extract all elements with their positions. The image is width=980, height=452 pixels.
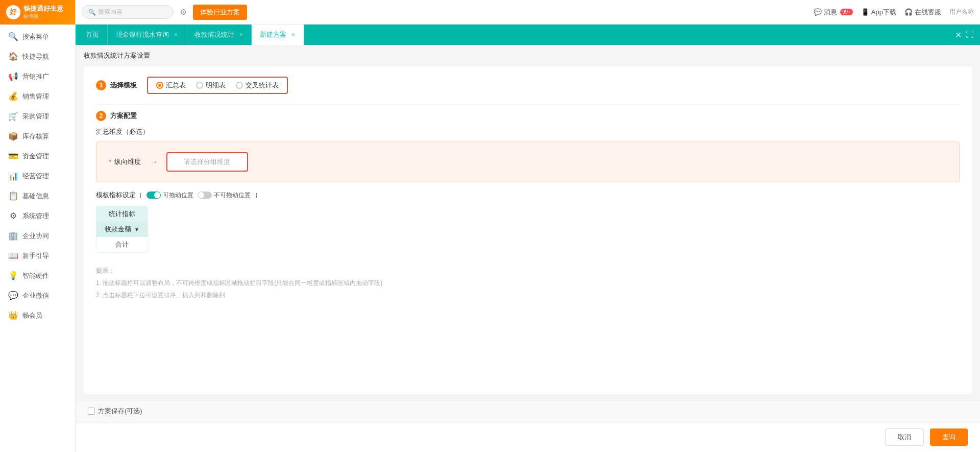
radio-summary-label: 汇总表 xyxy=(166,81,186,90)
trial-button[interactable]: 体验行业方案 xyxy=(193,5,247,20)
sidebar-item-marketing[interactable]: 📢 营销推广 xyxy=(0,66,75,86)
sidebar-item-label: 采购管理 xyxy=(22,112,49,121)
sidebar-item-basics[interactable]: 📋 基础信息 xyxy=(0,186,75,206)
dropdown-chevron-icon: ▼ xyxy=(134,227,139,232)
sidebar-item-finance[interactable]: 💳 资金管理 xyxy=(0,146,75,166)
step2-content: 汇总维度（必选） * 纵向维度 → 请选择分组维度 xyxy=(96,127,960,301)
download-item[interactable]: 📱 App下载 xyxy=(861,8,896,17)
cancel-button[interactable]: 取消 xyxy=(885,429,924,446)
home-icon: 🏠 xyxy=(8,52,18,61)
guide-icon: 📖 xyxy=(8,251,18,260)
toggle-non-draggable[interactable]: 不可拖动位置 xyxy=(198,191,251,200)
sidebar-item-label: 库存核算 xyxy=(22,132,49,141)
purchase-icon: 🛒 xyxy=(8,111,18,121)
tips-section: 提示： 1. 拖动标题栏可以调整布局，不可跨维度或指标区域拖动栏目字段(只能在同… xyxy=(96,265,960,301)
radio-summary[interactable]: 汇总表 xyxy=(156,81,186,90)
search-text-icon: 🔍 xyxy=(88,9,96,16)
tab-new-plan-close[interactable]: × xyxy=(291,31,295,38)
dimension-select[interactable]: 请选择分组维度 xyxy=(166,152,248,172)
indicator-table: 统计指标 收款金额 ▼ 合计 xyxy=(96,206,148,253)
sidebar-item-label: 畅会员 xyxy=(22,311,42,320)
stats-column-cell[interactable]: 收款金额 ▼ xyxy=(96,222,148,237)
toggle-non-draggable-thumb xyxy=(198,192,204,198)
search-box[interactable]: 🔍 搜索内容 xyxy=(82,5,174,19)
sidebar-item-guide[interactable]: 📖 新手引导 xyxy=(0,246,75,266)
indicator-column-row: 收款金额 ▼ xyxy=(96,222,148,237)
radio-detail-circle xyxy=(196,82,203,89)
dimension-label-text: 纵向维度 xyxy=(114,158,141,165)
sidebar-item-label: 经营管理 xyxy=(22,172,49,181)
sidebar-item-hardware[interactable]: 💡 智能硬件 xyxy=(0,266,75,286)
sidebar-item-label: 新手引导 xyxy=(22,251,49,260)
tab-close-all-icon[interactable]: ✕ xyxy=(955,30,962,40)
tab-receipts[interactable]: 收款情况统计 × xyxy=(186,25,252,45)
sidebar-item-nav[interactable]: 🏠 快捷导航 xyxy=(0,46,75,66)
toggle-draggable-track[interactable] xyxy=(146,192,161,199)
tips-title: 提示： xyxy=(96,267,114,274)
tip-item-1: 1. 拖动标题栏可以调整布局，不可跨维度或指标区域拖动栏目字段(只能在同一维度或… xyxy=(96,277,960,289)
tab-home[interactable]: 首页 xyxy=(78,25,108,45)
radio-cross-label: 交叉统计表 xyxy=(246,81,279,90)
tab-bank[interactable]: 现金银行流水查询 × xyxy=(108,25,186,45)
sidebar-item-sales[interactable]: 💰 销售管理 xyxy=(0,86,75,106)
sidebar-item-label: 搜索菜单 xyxy=(22,32,49,41)
search-icon: 🔍 xyxy=(8,32,18,41)
tab-home-label: 首页 xyxy=(86,30,99,39)
query-button[interactable]: 查询 xyxy=(930,429,968,446)
logo-icon: 好 xyxy=(6,5,20,19)
indicator-config-title: 模板指标设定（ 可拖动位置 不可拖 xyxy=(96,191,960,200)
sidebar-item-enterprise[interactable]: 🏢 企业协同 xyxy=(0,226,75,246)
step2-label: 方案配置 xyxy=(110,111,137,121)
app-edition: 标准版 xyxy=(23,13,63,20)
arrow-right-icon: → xyxy=(149,157,158,168)
sidebar-item-label: 快捷导航 xyxy=(22,52,49,61)
template-radio-group: 汇总表 明细表 交叉统计表 xyxy=(147,77,288,94)
sidebar-item-inventory[interactable]: 📦 库存核算 xyxy=(0,126,75,146)
sidebar-item-label: 系统管理 xyxy=(22,211,49,221)
sidebar-item-business[interactable]: 📊 经营管理 xyxy=(0,166,75,186)
sidebar-nav: 🔍 搜索菜单 🏠 快捷导航 📢 营销推广 💰 销售管理 🛒 采购管理 📦 库存核… xyxy=(0,25,75,452)
toggle-draggable-label: 可拖动位置 xyxy=(163,191,193,200)
sidebar-item-purchase[interactable]: 🛒 采购管理 xyxy=(0,106,75,126)
inventory-icon: 📦 xyxy=(8,131,18,141)
dimension-placeholder: 请选择分组维度 xyxy=(184,157,230,166)
sidebar-item-label: 企业微信 xyxy=(22,291,49,300)
tip-item-2: 2. 点击标题栏下拉可设置排序、插入列和删除列 xyxy=(96,289,960,301)
sidebar-item-label: 销售管理 xyxy=(22,92,49,101)
save-label: 方案保存(可选) xyxy=(98,407,142,416)
radio-cross[interactable]: 交叉统计表 xyxy=(236,81,279,90)
notification-item[interactable]: 💬 消息 99+ xyxy=(814,8,853,17)
tab-bank-close[interactable]: × xyxy=(174,31,178,38)
tab-maximize-icon[interactable]: ⛶ xyxy=(966,30,974,39)
step1-label: 选择模板 xyxy=(110,81,137,90)
save-checkbox-label[interactable]: 方案保存(可选) xyxy=(88,407,142,416)
sidebar-item-label: 智能硬件 xyxy=(22,271,49,280)
sidebar-item-system[interactable]: ⚙ 系统管理 xyxy=(0,206,75,226)
settings-icon[interactable]: ⚙ xyxy=(180,7,187,17)
stats-total-cell: 合计 xyxy=(96,237,148,252)
tab-new-plan-label: 新建方案 xyxy=(260,30,286,39)
message-icon: 💬 xyxy=(814,8,822,16)
tab-new-plan[interactable]: 新建方案 × xyxy=(252,25,304,45)
radio-detail[interactable]: 明细表 xyxy=(196,81,226,90)
download-label: App下载 xyxy=(871,8,896,17)
stats-column-text: 收款金额 xyxy=(105,225,131,234)
tab-receipts-close[interactable]: × xyxy=(239,31,243,38)
service-item[interactable]: 🎧 在线客服 xyxy=(904,8,941,17)
indicator-header-row: 统计指标 xyxy=(96,206,148,222)
tabbar-actions: ✕ ⛶ xyxy=(955,30,978,40)
sidebar-item-wechat[interactable]: 💬 企业微信 xyxy=(0,286,75,305)
dimension-row: * 纵向维度 → 请选择分组维度 xyxy=(109,152,947,172)
sidebar-item-search[interactable]: 🔍 搜索菜单 xyxy=(0,27,75,46)
sidebar-item-label: 资金管理 xyxy=(22,152,49,161)
sidebar-item-member[interactable]: 👑 畅会员 xyxy=(0,305,75,325)
toggle-non-draggable-track[interactable] xyxy=(198,192,212,199)
indicator-title-text: 模板指标设定（ xyxy=(96,191,142,200)
topbar: 🔍 搜索内容 ⚙ 体验行业方案 💬 消息 99+ 📱 App下载 🎧 在线客服 … xyxy=(76,0,980,25)
step1-row: 1 选择模板 汇总表 明细表 交叉统计表 xyxy=(96,77,960,94)
sidebar: 好 畅捷通好生意 标准版 🔍 搜索菜单 🏠 快捷导航 📢 营销推广 💰 销售管理… xyxy=(0,0,76,452)
toggle-draggable[interactable]: 可拖动位置 xyxy=(146,191,193,200)
toggle-non-draggable-label: 不可拖动位置 xyxy=(214,191,251,200)
required-mark: * xyxy=(109,158,111,165)
save-checkbox[interactable] xyxy=(88,408,95,415)
